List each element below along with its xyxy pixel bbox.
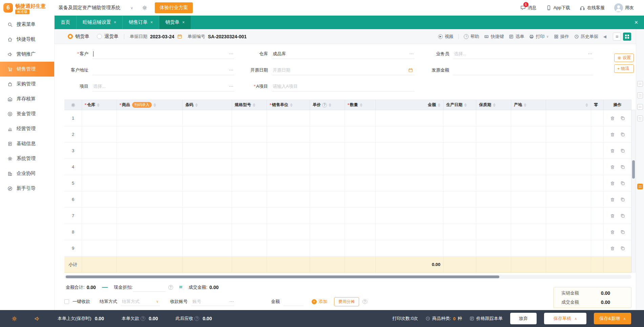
- horizontal-scrollbar[interactable]: [64, 275, 631, 279]
- cell-prod-date[interactable]: [443, 126, 476, 142]
- cell-partial[interactable]: [591, 208, 604, 224]
- sort-icon[interactable]: [97, 103, 100, 107]
- cell-prod-date[interactable]: [443, 159, 476, 175]
- cell-amount[interactable]: [376, 143, 443, 159]
- cell-amount[interactable]: [376, 208, 443, 224]
- radio-sales-slip[interactable]: 销货单: [68, 34, 89, 40]
- side-tool-icon[interactable]: [637, 116, 643, 121]
- side-tool-icon[interactable]: [637, 81, 643, 87]
- sidebar-item-marketing[interactable]: 营销推广: [0, 47, 54, 62]
- collapse-left-icon[interactable]: ◀: [603, 34, 606, 39]
- cell-price[interactable]: [310, 208, 345, 224]
- more-icon[interactable]: ⋯: [229, 84, 233, 89]
- tab-shop-settings[interactable]: 旺铺店铺设置 ×: [77, 16, 123, 29]
- sort-icon[interactable]: [290, 103, 293, 107]
- delete-row-icon[interactable]: [610, 230, 615, 234]
- delete-row-icon[interactable]: [610, 132, 615, 137]
- cell-spec[interactable]: [232, 191, 267, 207]
- cell-partial[interactable]: [591, 159, 604, 175]
- cell-hidden[interactable]: [546, 110, 591, 126]
- sort-icon[interactable]: [153, 103, 156, 107]
- delete-row-icon[interactable]: [610, 197, 615, 202]
- discard-button[interactable]: 放弃: [510, 313, 537, 324]
- calendar-icon[interactable]: [177, 34, 182, 39]
- project-input[interactable]: 选择... ⋯: [92, 81, 234, 91]
- cell-hidden[interactable]: [546, 159, 591, 175]
- cell-origin[interactable]: [511, 159, 546, 175]
- more-icon[interactable]: ⋯: [229, 299, 234, 304]
- announcement-icon[interactable]: [34, 316, 40, 322]
- cell-price[interactable]: [310, 143, 345, 159]
- app-download-button[interactable]: App下载: [546, 5, 570, 11]
- cell-price[interactable]: [310, 175, 345, 191]
- footer-settings-icon[interactable]: [12, 316, 17, 322]
- cell-hidden[interactable]: [546, 224, 591, 240]
- cell-hidden[interactable]: [546, 175, 591, 191]
- sidebar-item-sales[interactable]: 销售管理: [0, 62, 54, 77]
- online-service-button[interactable]: 在线客服: [580, 5, 605, 11]
- cell-barcode[interactable]: [183, 175, 232, 191]
- copy-row-icon[interactable]: [620, 213, 625, 218]
- delete-row-icon[interactable]: [610, 148, 615, 153]
- cell-warehouse[interactable]: [82, 224, 117, 240]
- tab-sales-slip[interactable]: 销货单 ×: [159, 16, 191, 29]
- sort-icon[interactable]: [195, 103, 198, 107]
- cell-warehouse[interactable]: [82, 159, 117, 175]
- pick-list-button[interactable]: 选单: [509, 34, 524, 40]
- col-price[interactable]: 单价?: [310, 100, 345, 110]
- sidebar-item-quick-nav[interactable]: 快捷导航: [0, 32, 54, 47]
- col-spec[interactable]: 规格型号: [232, 100, 267, 110]
- cell-hidden[interactable]: [546, 126, 591, 142]
- cell-qty[interactable]: [345, 110, 376, 126]
- sidebar-item-system[interactable]: 系统管理: [0, 151, 54, 166]
- sort-icon[interactable]: [464, 103, 467, 107]
- cell-product[interactable]: [117, 224, 183, 240]
- copy-row-icon[interactable]: [620, 181, 625, 186]
- cell-unit[interactable]: [267, 191, 310, 207]
- cell-product[interactable]: [117, 110, 183, 126]
- tab-sales-order[interactable]: 销售订单 ×: [123, 16, 159, 29]
- hotkey-button[interactable]: 快捷键: [484, 34, 504, 40]
- sort-icon[interactable]: [524, 103, 526, 107]
- customer-input[interactable]: ⋯: [92, 49, 234, 59]
- col-warehouse[interactable]: *仓库: [82, 100, 117, 110]
- cell-warehouse[interactable]: [82, 208, 117, 224]
- more-icon[interactable]: ⋯: [229, 51, 233, 56]
- col-partial[interactable]: 零: [591, 100, 604, 110]
- cell-qty[interactable]: [345, 224, 376, 240]
- col-qty[interactable]: *数量: [345, 100, 376, 110]
- col-unit[interactable]: *销售单位: [267, 100, 310, 110]
- cell-prod-date[interactable]: [443, 224, 476, 240]
- cell-unit[interactable]: [267, 175, 310, 191]
- cell-hidden[interactable]: [546, 240, 591, 256]
- cell-shelf-life[interactable]: [476, 208, 511, 224]
- cell-product[interactable]: [117, 143, 183, 159]
- cell-prod-date[interactable]: [443, 208, 476, 224]
- cell-warehouse[interactable]: [82, 126, 117, 142]
- one-click-checkbox[interactable]: [64, 299, 69, 304]
- copy-row-icon[interactable]: [620, 246, 625, 251]
- more-icon[interactable]: ⋯: [409, 51, 414, 56]
- sidebar-item-funds[interactable]: 资金管理: [0, 106, 54, 121]
- sort-icon[interactable]: [329, 103, 331, 107]
- user-menu[interactable]: 用友: [614, 3, 634, 12]
- cell-price[interactable]: [310, 240, 345, 256]
- invoice-date-input[interactable]: 开票日期: [272, 65, 414, 75]
- print-button[interactable]: 打印 ∨: [529, 34, 548, 40]
- cell-shelf-life[interactable]: [476, 159, 511, 175]
- sidebar-item-purchase[interactable]: 采购管理: [0, 77, 54, 91]
- cell-price[interactable]: [310, 224, 345, 240]
- cell-barcode[interactable]: [183, 191, 232, 207]
- delete-row-icon[interactable]: [610, 181, 615, 186]
- col-barcode[interactable]: 条码: [183, 100, 232, 110]
- side-tool-icon[interactable]: [637, 93, 643, 98]
- col-hidden[interactable]: [546, 100, 591, 110]
- sidebar-item-enterprise[interactable]: 企业协同: [0, 166, 54, 181]
- cell-product[interactable]: [117, 126, 183, 142]
- cell-spec[interactable]: [232, 159, 267, 175]
- scan-entry-badge[interactable]: 扫码录入: [132, 102, 152, 108]
- cell-shelf-life[interactable]: [476, 143, 511, 159]
- price-follow-button[interactable]: 价格跟踪本单: [470, 315, 503, 322]
- cell-amount[interactable]: [376, 159, 443, 175]
- cell-price[interactable]: [310, 110, 345, 126]
